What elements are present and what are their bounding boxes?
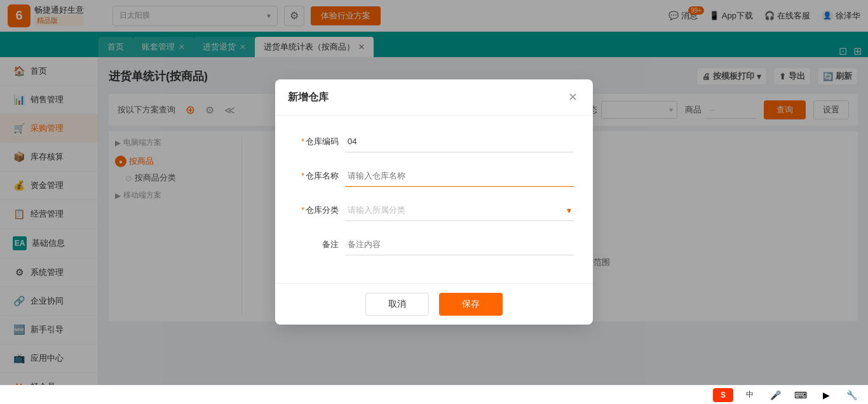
mic-icon[interactable]: 🎤 xyxy=(766,386,784,404)
field-category-placeholder: 请输入所属分类 xyxy=(348,205,405,216)
status-bar: S 中 🎤 ⌨ ▶ 🔧 xyxy=(0,385,868,404)
tool-icon[interactable]: 🔧 xyxy=(843,386,860,404)
form-row-name: 仓库名称 xyxy=(294,165,574,187)
field-code-input[interactable] xyxy=(345,131,574,152)
dialog-title: 新增仓库 xyxy=(288,91,329,104)
form-row-code: 仓库编码 xyxy=(294,131,574,152)
field-name-label: 仓库名称 xyxy=(294,170,345,182)
form-row-note: 备注 xyxy=(294,234,574,255)
play-icon[interactable]: ▶ xyxy=(817,386,835,404)
field-name-input[interactable] xyxy=(345,165,574,187)
field-note-label: 备注 xyxy=(294,239,345,250)
field-code-label: 仓库编码 xyxy=(294,136,345,147)
cancel-button[interactable]: 取消 xyxy=(365,293,429,316)
dialog-header: 新增仓库 ✕ xyxy=(275,79,593,116)
modal-overlay: 新增仓库 ✕ 仓库编码 仓库名称 仓库分类 请输入所属分类 ▾ xyxy=(0,0,868,404)
category-dropdown-icon: ▾ xyxy=(567,205,571,215)
dialog-close-button[interactable]: ✕ xyxy=(565,90,580,105)
field-note-input[interactable] xyxy=(345,234,574,255)
dialog-add-warehouse: 新增仓库 ✕ 仓库编码 仓库名称 仓库分类 请输入所属分类 ▾ xyxy=(275,79,593,325)
dialog-body: 仓库编码 仓库名称 仓库分类 请输入所属分类 ▾ 备注 xyxy=(275,116,593,283)
keyboard-icon[interactable]: ⌨ xyxy=(792,386,810,404)
ime-zh-icon[interactable]: 中 xyxy=(741,386,759,404)
s-logo-icon[interactable]: S xyxy=(713,388,733,402)
field-category-select[interactable]: 请输入所属分类 ▾ xyxy=(345,199,574,221)
dialog-footer: 取消 保存 xyxy=(275,283,593,325)
save-button[interactable]: 保存 xyxy=(439,293,503,316)
field-category-label: 仓库分类 xyxy=(294,205,345,216)
form-row-category: 仓库分类 请输入所属分类 ▾ xyxy=(294,199,574,221)
